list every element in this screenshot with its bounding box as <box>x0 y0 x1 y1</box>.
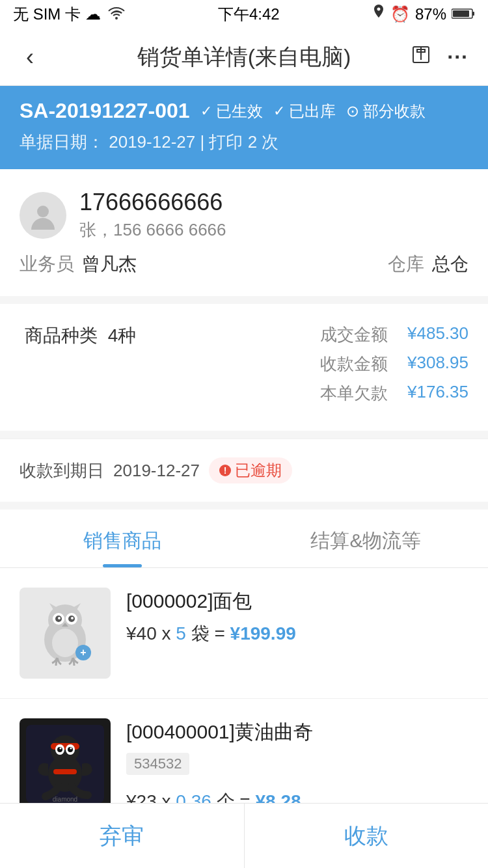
product-types: 商品种类 4种 <box>20 323 136 348</box>
more-icon[interactable]: ··· <box>447 45 468 69</box>
product-item-1: + [0000002]面包 ¥40 x 5 袋 = ¥199.99 <box>0 568 488 699</box>
check-icon-1: ✓ <box>200 103 212 120</box>
info-row: 业务员 曾凡杰 仓库 总仓 <box>20 252 468 277</box>
customer-phone: 17666666666 <box>79 189 226 216</box>
product-name-2: [000400001]黄油曲奇 <box>126 718 468 746</box>
svg-point-28 <box>70 748 72 750</box>
svg-rect-1 <box>472 12 474 16</box>
sales-label: 业务员 <box>20 252 74 277</box>
nav-actions: ··· <box>411 44 468 70</box>
clock-icon: ⏰ <box>390 5 410 23</box>
svg-point-13 <box>71 617 74 619</box>
svg-rect-22 <box>51 743 79 750</box>
warehouse-label: 仓库 <box>388 252 424 277</box>
svg-point-12 <box>58 617 61 619</box>
product-price-1: ¥40 x 5 袋 = ¥199.99 <box>126 621 468 646</box>
order-header: SA-20191227-001 ✓ 已生效 ✓ 已出库 ⊙ 部分收款 单据日期：… <box>0 86 488 169</box>
signal-text: 无 SIM 卡 ☁ <box>13 4 101 25</box>
product-name-1: [0000002]面包 <box>126 588 468 615</box>
received-amount-label: 收款金额 <box>320 353 388 375</box>
nav-bar: ‹ 销货单详情(来自电脑) ··· <box>0 29 488 86</box>
overdue-text: 已逾期 <box>235 460 282 481</box>
status-time: 下午4:42 <box>218 4 280 25</box>
location-icon <box>372 5 385 24</box>
received-amount-value: ¥308.95 <box>407 353 468 375</box>
tabs-section: 销售商品 结算&物流等 <box>0 509 488 568</box>
svg-text:+: + <box>80 647 86 658</box>
svg-text:diamond: diamond <box>53 796 77 803</box>
wifi-icon <box>107 5 126 23</box>
product-info-1: [0000002]面包 ¥40 x 5 袋 = ¥199.99 <box>126 588 468 646</box>
status-left: 无 SIM 卡 ☁ <box>13 4 126 25</box>
due-date-label: 收款到期日 <box>20 459 104 482</box>
product-image-1: + <box>20 588 111 679</box>
product-list: + [0000002]面包 ¥40 x 5 袋 = ¥199.99 <box>0 568 488 834</box>
svg-rect-2 <box>453 10 469 17</box>
amounts-block: 成交金额 ¥485.30 收款金额 ¥308.95 本单欠款 ¥176.35 <box>320 323 468 411</box>
tab-settlement[interactable]: 结算&物流等 <box>244 509 488 567</box>
due-section: 收款到期日 2019-12-27 ! 已逾期 <box>0 439 488 502</box>
deal-amount-value: ¥485.30 <box>407 323 468 346</box>
warehouse-name: 总仓 <box>432 252 468 277</box>
product-info-2: [000400001]黄油曲奇 534532 ¥23 x 0.36 个 = ¥8… <box>126 718 468 814</box>
product-sku-2: 534532 <box>126 753 189 775</box>
svg-rect-30 <box>53 769 77 774</box>
tabs-row: 销售商品 结算&物流等 <box>0 509 488 567</box>
due-date-value: 2019-12-27 <box>113 461 200 481</box>
product-image-2: diamond <box>20 718 111 809</box>
badge-effective: ✓ 已生效 <box>200 101 263 122</box>
check-icon-2: ✓ <box>273 103 285 120</box>
deal-amount-label: 成交金额 <box>320 323 388 346</box>
debt-amount-value: ¥176.35 <box>407 382 468 405</box>
received-amount-row: 收款金额 ¥308.95 <box>320 353 468 375</box>
debt-amount-label: 本单欠款 <box>320 382 388 405</box>
svg-point-17 <box>52 629 78 657</box>
share-icon[interactable] <box>411 44 431 70</box>
order-id: SA-20191227-001 <box>20 99 190 123</box>
order-header-top: SA-20191227-001 ✓ 已生效 ✓ 已出库 ⊙ 部分收款 <box>20 99 468 123</box>
svg-point-27 <box>60 748 62 750</box>
clock-small-icon: ⊙ <box>346 102 359 120</box>
customer-section: 17666666666 张，156 6666 6666 业务员 曾凡杰 仓库 总… <box>0 169 488 296</box>
deal-amount-row: 成交金额 ¥485.30 <box>320 323 468 346</box>
collect-payment-button[interactable]: 收款 <box>245 804 489 868</box>
tab-sales-products[interactable]: 销售商品 <box>0 509 244 567</box>
amount-section: 商品种类 4种 成交金额 ¥485.30 收款金额 ¥308.95 本单欠款 ¥… <box>0 304 488 431</box>
battery-text: 87% <box>415 5 446 23</box>
order-meta: 单据日期： 2019-12-27 | 打印 2 次 <box>20 131 468 154</box>
status-bar: 无 SIM 卡 ☁ 下午4:42 ⏰ 87% <box>0 0 488 29</box>
bottom-bar: 弃审 收款 <box>0 803 488 868</box>
discard-review-button[interactable]: 弃审 <box>0 804 245 868</box>
avatar <box>20 192 66 239</box>
sales-name: 曾凡杰 <box>82 252 137 277</box>
customer-row: 17666666666 张，156 6666 6666 <box>20 189 468 241</box>
overdue-badge: ! 已逾期 <box>209 457 292 483</box>
battery-icon <box>452 5 475 23</box>
customer-name-phone: 张，156 6666 6666 <box>79 219 226 241</box>
overdue-icon: ! <box>219 465 231 476</box>
back-button[interactable]: ‹ <box>20 37 40 77</box>
customer-name-block: 17666666666 张，156 6666 6666 <box>79 189 226 241</box>
badge-partial: ⊙ 部分收款 <box>346 101 426 122</box>
status-right: ⏰ 87% <box>372 5 475 24</box>
debt-amount-row: 本单欠款 ¥176.35 <box>320 382 468 405</box>
page-title: 销货单详情(来自电脑) <box>137 42 351 72</box>
badge-shipped: ✓ 已出库 <box>273 101 336 122</box>
svg-point-5 <box>37 206 49 217</box>
